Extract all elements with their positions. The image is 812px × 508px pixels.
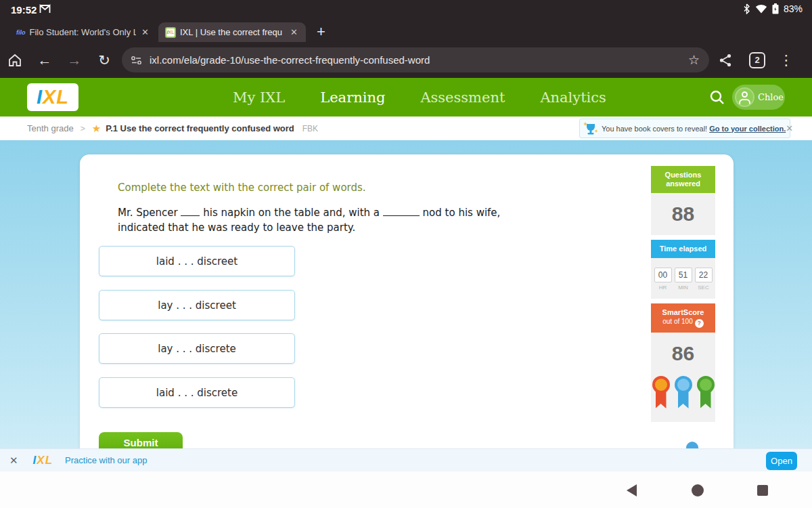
time-sec: 22 [695,268,713,282]
share-icon[interactable] [709,54,742,67]
status-bar: 19:52 83% [0,0,812,20]
notification-text: You have book covers to reveal! Go to yo… [602,125,786,133]
app-promo-banner: ✕ IXL Practice with our app Open [0,448,812,471]
smartscore-help-icon[interactable]: ? [695,319,704,328]
chevron-right-icon: > [81,124,85,133]
stats-panel: Questions answered 88 Time elapsed 00HR … [651,166,715,427]
clock: 19:52 [11,4,37,16]
trophy-icon [583,121,599,137]
avatar [735,87,754,107]
banner-text: Practice with our app [65,455,147,465]
questions-answered-label: Questions answered [651,166,715,193]
battery-percent: 83% [784,3,803,14]
notification-close-icon[interactable]: ✕ [786,123,793,133]
forward-button[interactable]: → [60,52,89,68]
browser-chrome: 19:52 83% filo Filo Student: World [0,0,812,78]
answer-blank-2 [383,215,420,216]
search-icon[interactable] [709,89,725,106]
banner-close-icon[interactable]: ✕ [9,454,18,467]
android-back-button[interactable] [627,484,637,496]
nav-learning[interactable]: Learning [317,80,388,115]
answer-option-2[interactable]: lay . . . discreet [99,290,295,320]
gmail-notification-icon [39,4,51,14]
book-covers-notification: You have book covers to reveal! Go to yo… [579,119,790,138]
android-recents-button[interactable] [757,485,768,496]
logo-xl: XL [43,86,69,108]
account-button[interactable]: Chloe [732,85,785,110]
tab-filo-student[interactable]: filo Filo Student: World's Only L ✕ [9,22,157,42]
status-icons: 83% [743,3,803,14]
banner-ixl-logo: IXL [33,454,53,467]
primary-nav: My IXL Learning Assessment Analytics [230,78,609,117]
tab-title: IXL | Use the correct frequ [180,27,285,37]
time-elapsed-block: Time elapsed 00HR 51MIN 22SEC [651,240,715,299]
award-ribbons [651,375,715,422]
questions-answered-block: Questions answered 88 [651,166,715,235]
nav-my-ixl[interactable]: My IXL [230,80,288,115]
tab-close-icon[interactable]: ✕ [140,27,150,37]
new-tab-button[interactable]: + [317,22,325,41]
open-app-button[interactable]: Open [766,452,797,470]
smartscore-block: SmartScore out of 100? 86 [651,303,715,422]
nav-analytics[interactable]: Analytics [537,80,608,115]
practice-area: Complete the text with the correct pair … [0,140,812,448]
url-bar[interactable]: ixl.com/ela/grade-10/use-the-correct-fre… [122,47,709,72]
tab-strip: filo Filo Student: World's Only L ✕ IXL … [0,20,812,42]
logo-i: I [37,86,43,108]
ribbon-green-icon [697,376,715,411]
answer-option-3[interactable]: lay . . . discrete [99,333,295,364]
url-text[interactable]: ixl.com/ela/grade-10/use-the-correct-fre… [150,54,688,66]
star-icon[interactable]: ★ [92,123,101,135]
tab-ixl-active[interactable]: IXL IXL | Use the correct frequ ✕ [158,22,306,42]
smartscore-label: SmartScore out of 100? [651,303,715,333]
user-name: Chloe [758,92,784,102]
ixl-logo[interactable]: IXL [27,83,78,111]
time-hr: 00 [654,268,672,282]
collection-link[interactable]: Go to your collection. [709,125,786,133]
browser-toolbar: ← → ↻ ixl.com/ela/grade-10/use-the-corre… [0,42,812,78]
time-elapsed-label: Time elapsed [651,240,715,258]
time-min: 51 [675,268,692,282]
back-button[interactable]: ← [30,52,60,68]
ixl-favicon: IXL [165,27,176,38]
bookmark-star-icon[interactable]: ☆ [688,52,700,68]
question-prompt: Complete the text with the correct pair … [118,182,366,194]
bluetooth-icon [743,3,750,14]
screen: 19:52 83% filo Filo Student: World [0,0,812,508]
tab-close-icon[interactable]: ✕ [289,27,299,37]
site-info-icon[interactable] [131,56,141,64]
answer-option-4[interactable]: laid . . . discrete [99,377,295,408]
android-nav-bar [0,471,812,508]
tab-title: Filo Student: World's Only L [30,27,137,37]
tab-switcher-button[interactable]: 2 [742,52,773,68]
smartscore-value: 86 [651,333,715,375]
reload-button[interactable]: ↻ [89,52,119,68]
breadcrumb-skill[interactable]: P.1 Use the correct frequently confused … [106,123,294,133]
menu-overflow-icon[interactable]: ⋮ [773,52,800,68]
skill-code: FBK [302,124,318,133]
battery-icon [772,3,779,14]
help-widget-peek[interactable] [686,442,698,448]
wifi-icon [755,4,767,14]
ribbon-blue-icon [675,376,692,411]
home-button[interactable] [0,54,30,67]
answer-option-1[interactable]: laid . . . discreet [99,246,295,276]
ixl-header: IXL My IXL Learning Assessment Analytics… [0,78,812,117]
answer-blank-1 [181,215,200,216]
android-home-button[interactable] [692,484,704,496]
filo-favicon: filo [16,29,26,36]
breadcrumb-grade[interactable]: Tenth grade [27,123,74,133]
breadcrumb-bar: Tenth grade > ★ P.1 Use the correct freq… [0,117,812,140]
nav-assessment[interactable]: Assessment [418,80,508,115]
ribbon-orange-icon [652,376,670,411]
questions-answered-value: 88 [651,193,715,235]
question-card: Complete the text with the correct pair … [80,154,734,448]
question-sentence: Mr. Spencer his napkin on the table and,… [118,205,551,235]
